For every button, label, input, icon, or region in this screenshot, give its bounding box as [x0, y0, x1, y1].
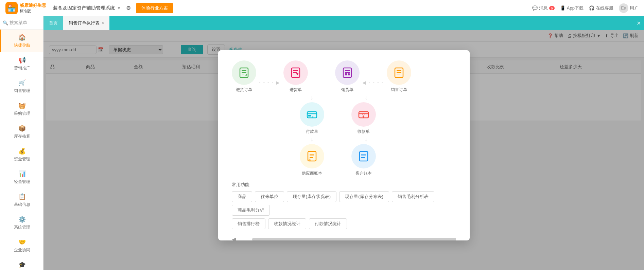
func-buttons: 商品 往来单位 现存量(库存状况表) 现存量(库存分布表) 销售毛利分析表 商品… [232, 191, 456, 216]
sidebar-label-basic-info: 基础信息 [14, 202, 30, 208]
flow-node-purchase-bill: 进货单 [283, 60, 308, 93]
svg-rect-18 [308, 115, 311, 116]
sidebar-item-inventory[interactable]: 📦 库存核算 [0, 121, 43, 143]
purchase-bill-circle [283, 60, 308, 85]
experience-button[interactable]: 体验行业方案 [136, 3, 173, 13]
func-buttons-row2: 销售排行榜 收款情况统计 付款情况统计 [232, 218, 456, 229]
flow-node-sale-bill: 销货单 [335, 60, 360, 93]
sidebar-label-purchase: 采购管理 [14, 111, 30, 116]
scroll-track [252, 238, 456, 241]
sidebar-item-sales[interactable]: 🛒 销售管理 [0, 75, 43, 98]
down-arrow-1: ↓ [300, 93, 324, 102]
empty-spacer-3 [327, 93, 354, 102]
modal-overlay[interactable]: 进货订单 - - - - ▶ [43, 30, 644, 270]
message-label: 消息 [539, 5, 548, 11]
modal-inner: 进货订单 - - - - ▶ [218, 50, 470, 240]
app-wrapper: 🏪 畅康通好生意 标准版 装备及固定资产辅助管理系统 ▼ ⚙ 体验行业方案 💬 … [0, 0, 644, 270]
flow-node-sale-order: 销售订单 [387, 60, 411, 93]
common-func-title: 常用功能 [232, 182, 456, 188]
brand-sub: 标准版 [20, 8, 46, 13]
scroll-left-icon[interactable]: ◀ [232, 236, 236, 240]
tab-sales-label: 销售订单执行表 [69, 20, 100, 26]
svg-text:¥: ¥ [362, 114, 365, 119]
func-btn-stock-dist[interactable]: 现存量(库存分布表) [339, 191, 389, 202]
sidebar-label-inventory: 库存核算 [14, 133, 30, 139]
func-btn-partner[interactable]: 往来单位 [255, 191, 284, 202]
user-item[interactable]: Ea 用户 [619, 3, 639, 13]
online-service-item[interactable]: 🎧 在线客服 [589, 5, 613, 11]
app-download-label: App下载 [567, 5, 584, 11]
sidebar-item-operation[interactable]: 📊 经营管理 [0, 166, 43, 189]
search-label: 搜索菜单 [10, 20, 27, 26]
sidebar-item-basic-info[interactable]: 📋 基础信息 [0, 189, 43, 212]
func-btn-receipt-stat[interactable]: 收款情况统计 [268, 218, 306, 229]
sidebar-item-enterprise[interactable]: 🤝 企业协同 [0, 234, 43, 257]
main-area: 🔍 搜索菜单 🏠 快捷导航 📢 营销推广 🛒 销售管理 🧺 采购管理 📦 [0, 16, 644, 270]
sidebar: 🔍 搜索菜单 🏠 快捷导航 📢 营销推广 🛒 销售管理 🧺 采购管理 📦 [0, 16, 43, 270]
purchase-bill-label: 进货单 [290, 87, 302, 93]
message-item[interactable]: 💬 消息 6 [532, 5, 555, 11]
sidebar-search[interactable]: 🔍 搜索菜单 [0, 16, 43, 30]
svg-text:账: 账 [309, 158, 311, 161]
tab-sales-order[interactable]: 销售订单执行表 × [63, 16, 109, 30]
tab-home[interactable]: 首页 [43, 16, 63, 30]
func-btn-goods[interactable]: 商品 [232, 191, 252, 202]
sidebar-item-purchase[interactable]: 🧺 采购管理 [0, 98, 43, 121]
user-avatar: Ea [619, 3, 628, 13]
basket-icon: 🧺 [18, 102, 26, 109]
megaphone-icon: 📢 [18, 56, 26, 64]
tab-close-right-icon[interactable]: ✕ [633, 16, 644, 30]
sidebar-item-system[interactable]: ⚙️ 系统管理 [0, 212, 43, 234]
purchase-order-label: 进货订单 [236, 87, 252, 93]
func-btn-payment-stat[interactable]: 付款情况统计 [309, 218, 347, 229]
sidebar-item-finance[interactable]: 💰 资金管理 [0, 143, 43, 166]
quick-guide-modal: 进货订单 - - - - ▶ [218, 50, 470, 240]
cart-icon: 🛒 [18, 79, 26, 87]
func-btn-stock-status[interactable]: 现存量(库存状况表) [287, 191, 337, 202]
arrow-h-2: ◀ - - - - [360, 80, 387, 93]
svg-rect-10 [345, 73, 347, 75]
scroll-thumb [252, 238, 456, 241]
settings-icon: ⚙️ [18, 216, 26, 223]
chart-icon: 📊 [18, 170, 26, 178]
modal-scrollbar[interactable]: ◀ ▶ [232, 232, 456, 240]
flow-node-customer: 客户账本 [351, 144, 376, 176]
page-content: ❓ 帮助 🖨 按模板打印 ▼ ⬆ 导出 🔄 [43, 30, 644, 270]
top-bar-right: 💬 消息 6 📱 App下载 🎧 在线客服 Ea 用户 [532, 3, 639, 13]
down-arrow-3: ↓ [300, 134, 324, 144]
svg-text:¥: ¥ [312, 115, 314, 119]
sidebar-label-operation: 经营管理 [14, 179, 30, 185]
supplier-circle: 账 [300, 144, 324, 168]
clipboard-icon: 📋 [18, 193, 26, 200]
sidebar-item-beginner[interactable]: 🎓 新手引导 [0, 257, 43, 270]
tab-close-icon[interactable]: × [102, 21, 104, 25]
system-name: 装备及固定资产辅助管理系统 [53, 5, 115, 11]
down-arrow-4: ↓ [354, 134, 379, 144]
sidebar-item-quick-nav[interactable]: 🏠 快捷导航 [0, 30, 43, 52]
gear-button[interactable]: ⚙ [124, 3, 133, 13]
flow-section: 进货订单 - - - - ▶ [232, 60, 456, 176]
sale-bill-circle [335, 60, 360, 85]
content-area: 首页 销售订单执行表 × ✕ ❓ 帮助 [43, 16, 644, 270]
online-service-label: 在线客服 [596, 5, 613, 11]
svg-rect-11 [348, 73, 350, 75]
dropdown-arrow-icon[interactable]: ▼ [117, 6, 121, 11]
func-btn-sales-margin[interactable]: 销售毛利分析表 [392, 191, 434, 202]
arrow-h-1: - - - - ▶ [256, 80, 283, 93]
sidebar-label-sales: 销售管理 [14, 88, 30, 94]
func-btn-sales-rank[interactable]: 销售排行榜 [232, 218, 265, 229]
flow-node-supplier: 账 供应商账本 [300, 144, 324, 176]
flow-node-payment: ¥ 付款单 [300, 102, 324, 134]
brand-name: 畅康通好生意 [20, 3, 46, 8]
avatar-text: Ea [621, 5, 626, 11]
sidebar-item-marketing[interactable]: 📢 营销推广 [0, 52, 43, 75]
payment-circle: ¥ [300, 102, 324, 127]
tab-bar: 首页 销售订单执行表 × ✕ [43, 16, 644, 30]
down-arrow-2: ↓ [354, 93, 379, 102]
message-badge: 6 [549, 6, 555, 10]
func-btn-goods-margin[interactable]: 商品毛利分析 [232, 205, 270, 216]
receipt-label: 收款单 [358, 129, 370, 134]
tab-home-label: 首页 [49, 20, 58, 26]
app-download-item[interactable]: 📱 App下载 [560, 5, 584, 11]
customer-circle [351, 144, 376, 168]
